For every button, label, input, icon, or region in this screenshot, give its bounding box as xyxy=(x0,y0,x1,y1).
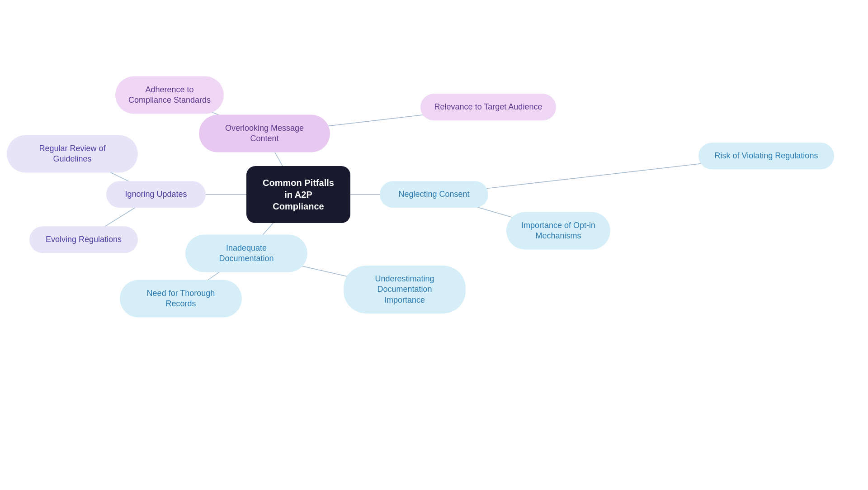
neglecting-consent-label: Neglecting Consent xyxy=(398,189,469,200)
inadequate-doc-node[interactable]: Inadequate Documentation xyxy=(185,235,307,272)
mind-map-canvas: Common Pitfalls in A2P Compliance Adhere… xyxy=(0,0,868,490)
overlooking-node[interactable]: Overlooking Message Content xyxy=(199,115,330,152)
ignoring-updates-label: Ignoring Updates xyxy=(125,189,187,200)
ignoring-updates-node[interactable]: Ignoring Updates xyxy=(106,181,206,208)
adherence-label: Adherence to Compliance Standards xyxy=(128,85,211,106)
relevance-label: Relevance to Target Audience xyxy=(434,102,542,112)
importance-optin-node[interactable]: Importance of Opt-in Mechanisms xyxy=(506,212,610,250)
center-node[interactable]: Common Pitfalls in A2P Compliance xyxy=(246,166,350,223)
center-label: Common Pitfalls in A2P Compliance xyxy=(263,177,334,212)
regular-review-label: Regular Review of Guidelines xyxy=(19,143,125,165)
relevance-node[interactable]: Relevance to Target Audience xyxy=(420,94,556,120)
evolving-label: Evolving Regulations xyxy=(46,234,122,245)
need-thorough-node[interactable]: Need for Thorough Records xyxy=(120,280,242,318)
adherence-node[interactable]: Adherence to Compliance Standards xyxy=(115,76,224,114)
neglecting-consent-node[interactable]: Neglecting Consent xyxy=(380,181,488,208)
evolving-regulations-node[interactable]: Evolving Regulations xyxy=(29,226,138,253)
risk-violating-node[interactable]: Risk of Violating Regulations xyxy=(698,143,834,169)
inadequate-doc-label: Inadequate Documentation xyxy=(198,243,295,264)
overlooking-label: Overlooking Message Content xyxy=(212,123,317,144)
underestimating-node[interactable]: Underestimating Documentation Importance xyxy=(344,266,466,314)
risk-violating-label: Risk of Violating Regulations xyxy=(715,151,818,161)
importance-optin-label: Importance of Opt-in Mechanisms xyxy=(519,220,598,242)
need-thorough-label: Need for Thorough Records xyxy=(132,288,229,309)
underestimating-label: Underestimating Documentation Importance xyxy=(356,274,453,305)
regular-review-node[interactable]: Regular Review of Guidelines xyxy=(7,135,138,173)
